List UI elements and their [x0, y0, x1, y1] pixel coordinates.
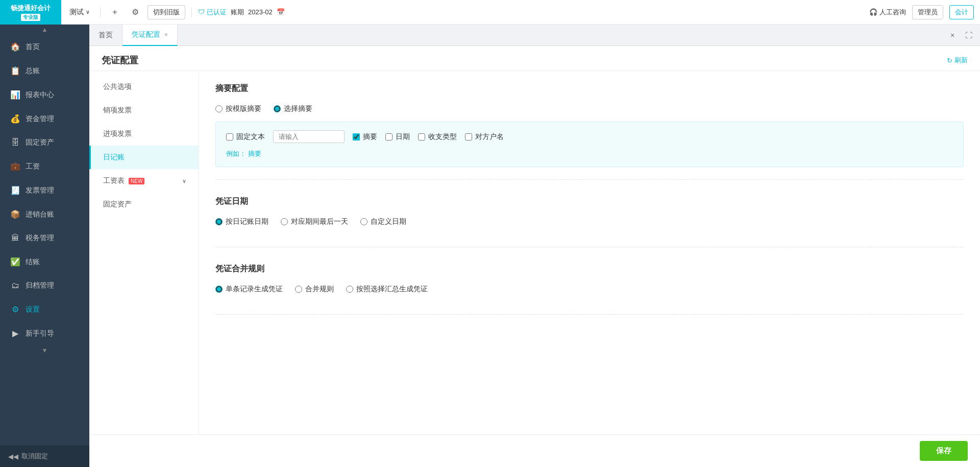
sidebar-item-tax[interactable]: 🏛 税务管理 [0, 226, 89, 250]
radio-last-day[interactable]: 对应期间最后一天 [281, 217, 348, 226]
sidebar-item-settings[interactable]: ⚙ 设置 [0, 297, 89, 321]
left-nav-journal[interactable]: 日记账 [89, 146, 199, 169]
sidebar-item-reports[interactable]: 📊 报表中心 [0, 83, 89, 107]
project-selector[interactable]: 测试 ∨ [65, 8, 94, 17]
sidebar-label-ledger: 总账 [26, 66, 40, 76]
sidebar-item-invoice[interactable]: 🧾 发票管理 [0, 178, 89, 202]
left-nav-public[interactable]: 公共选项 [89, 75, 199, 99]
reports-icon: 📊 [10, 90, 20, 100]
date-label: 日期 [396, 132, 410, 142]
radio-custom-date[interactable]: 自定义日期 [360, 217, 406, 226]
summary-section-title: 摘要配置 [215, 83, 964, 94]
left-nav-purchase-invoice[interactable]: 进项发票 [89, 122, 199, 146]
sidebar-item-salary[interactable]: 💼 工资 [0, 154, 89, 178]
fixed-text-checkbox[interactable]: 固定文本 [226, 132, 265, 142]
funds-icon: 💰 [10, 114, 20, 124]
tab-home-label: 首页 [99, 31, 113, 40]
radio-summary-generate[interactable]: 按照选择汇总生成凭证 [346, 285, 428, 294]
sidebar-label-guide: 新手引导 [26, 329, 54, 338]
sidebar-label-salary: 工资 [26, 162, 40, 171]
sidebar-scroll-up[interactable]: ▲ [0, 25, 89, 35]
radio-last-day-label: 对应期间最后一天 [291, 217, 348, 226]
merge-section-title: 凭证合并规则 [215, 264, 964, 274]
left-nav-sales-invoice[interactable]: 销项发票 [89, 99, 199, 122]
fullscreen-button[interactable]: ⛶ [962, 28, 976, 42]
sidebar-label-archive: 归档管理 [26, 281, 54, 290]
date-radio-group: 按日记账日期 对应期间最后一天 自定义日期 [215, 217, 964, 226]
sidebar: ▲ 🏠 首页 📋 总账 📊 报表中心 💰 资金管理 🗄 固定资产 💼 工资 🧾 … [0, 25, 89, 467]
refresh-label: 刷新 [954, 56, 968, 65]
sidebar-item-home[interactable]: 🏠 首页 [0, 35, 89, 59]
tab-voucher-config-label: 凭证配置 [132, 30, 160, 39]
pin-icon: ◀◀ [8, 453, 18, 460]
chevron-down-icon: ∨ [86, 9, 90, 15]
sidebar-item-closing[interactable]: ✅ 结账 [0, 250, 89, 274]
fixed-text-label: 固定文本 [236, 132, 265, 142]
logo: 畅捷通好会计 专业版 [0, 0, 61, 25]
switch-version-button[interactable]: 切到旧版 [148, 5, 185, 19]
left-nav-payroll[interactable]: 工资表 NEW ∨ [89, 169, 199, 193]
refresh-icon: ↻ [947, 57, 952, 64]
tax-icon: 🏛 [10, 233, 20, 243]
sidebar-item-fixed-assets[interactable]: 🗄 固定资产 [0, 131, 89, 154]
shield-icon: 🛡 [198, 8, 205, 16]
user-button[interactable]: 管理员 [912, 5, 943, 19]
page-header: 凭证配置 ↻ 刷新 [89, 46, 980, 71]
counterparty-checkbox[interactable]: 对方户名 [465, 132, 504, 142]
sidebar-item-archive[interactable]: 🗂 归档管理 [0, 274, 89, 297]
add-button[interactable]: + [107, 4, 123, 20]
sidebar-item-guide[interactable]: ▶ 新手引导 [0, 321, 89, 345]
counterparty-label: 对方户名 [475, 132, 504, 142]
sidebar-scroll-down[interactable]: ▼ [0, 345, 89, 356]
consult-button[interactable]: 🎧 人工咨询 [869, 8, 906, 17]
sidebar-item-ledger[interactable]: 📋 总账 [0, 59, 89, 83]
save-button[interactable]: 保存 [920, 441, 968, 461]
new-badge: NEW [129, 178, 144, 184]
sidebar-label-closing: 结账 [26, 258, 40, 267]
tab-actions: × ⛶ [945, 28, 980, 42]
period-display: 账期 2023-02 📅 [231, 8, 285, 17]
radio-merge-rules[interactable]: 合并规则 [295, 285, 334, 294]
date-section: 凭证日期 按日记账日期 对应期间最后一天 [215, 196, 964, 247]
sidebar-item-funds[interactable]: 💰 资金管理 [0, 107, 89, 131]
radio-merge-label: 合并规则 [305, 285, 334, 294]
refresh-button[interactable]: ↻ 刷新 [947, 56, 968, 65]
tab-voucher-config[interactable]: 凭证配置 × [122, 25, 178, 46]
date-checkbox[interactable]: 日期 [385, 132, 410, 142]
fixed-text-input[interactable] [273, 130, 345, 143]
close-tab-button[interactable]: × [945, 28, 960, 42]
radio-single-record[interactable]: 单条记录生成凭证 [215, 285, 283, 294]
topbar: 畅捷通好会计 专业版 测试 ∨ + ⚙ 切到旧版 🛡 已认证 账期 2023-0… [0, 0, 980, 25]
period-label: 账期 [231, 8, 244, 17]
merge-radio-group: 单条记录生成凭证 合并规则 按照选择汇总生成凭证 [215, 285, 964, 294]
merge-section: 凭证合并规则 单条记录生成凭证 合并规则 [215, 264, 964, 315]
summary-checkbox[interactable]: 摘要 [353, 132, 377, 142]
closing-icon: ✅ [10, 257, 20, 267]
payment-type-checkbox[interactable]: 收支类型 [418, 132, 457, 142]
sidebar-label-reports: 报表中心 [26, 90, 54, 100]
radio-select-summary[interactable]: 选择摘要 [274, 104, 312, 113]
cancel-fixed-button[interactable]: ◀◀ 取消固定 [0, 446, 89, 467]
page-content: 凭证配置 ↻ 刷新 公共选项 销项发票 进项发票 [89, 46, 980, 467]
radio-template-summary[interactable]: 按模版摘要 [215, 104, 261, 113]
cancel-fixed-label: 取消固定 [21, 452, 48, 461]
radio-journal-date[interactable]: 按日记账日期 [215, 217, 268, 226]
archive-icon: 🗂 [10, 281, 20, 290]
content-area: 首页 凭证配置 × × ⛶ 凭证配置 ↻ 刷新 [89, 25, 980, 467]
summary-config-box: 固定文本 摘要 日期 [215, 122, 964, 167]
salary-icon: 💼 [10, 161, 20, 171]
config-layout: 公共选项 销项发票 进项发票 日记账 工资表 NEW [89, 71, 980, 467]
headset-icon: 🎧 [869, 8, 877, 16]
role-button[interactable]: 会计 [949, 5, 974, 19]
radio-custom-label: 自定义日期 [371, 217, 406, 226]
project-name: 测试 [69, 8, 84, 17]
sidebar-item-purchase-sales[interactable]: 📦 进销台账 [0, 202, 89, 226]
topbar-right: 🎧 人工咨询 管理员 会计 [869, 5, 974, 19]
radio-template-label: 按模版摘要 [226, 104, 261, 113]
settings-icon-button[interactable]: ⚙ [127, 4, 143, 20]
tab-close-button[interactable]: × [164, 31, 168, 38]
tab-home[interactable]: 首页 [89, 25, 122, 46]
calendar-icon[interactable]: 📅 [277, 8, 285, 16]
page-title: 凭证配置 [102, 54, 138, 66]
left-nav-fixed-assets-config[interactable]: 固定资产 [89, 193, 199, 216]
